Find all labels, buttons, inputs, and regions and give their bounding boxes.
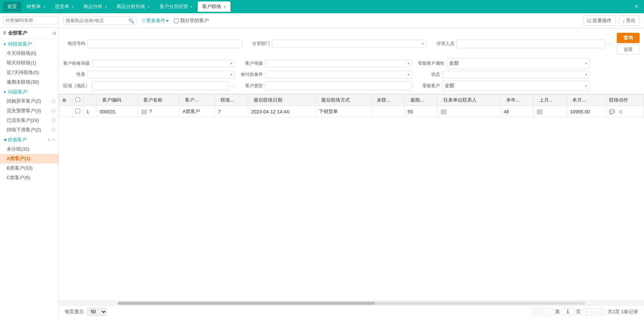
sales-tab-close[interactable]: ×: [43, 4, 45, 9]
sidebar-item-lost[interactable]: 已流失客户(24) ⓘ: [0, 116, 58, 125]
filter-row-3: 性质 ▾ 收付款条件 ▾ 状态: [63, 71, 640, 78]
product-list-tab-close[interactable]: ×: [147, 4, 150, 9]
toolbar-search-icon[interactable]: 🔍: [128, 18, 134, 24]
status-select[interactable]: ▾: [442, 71, 590, 78]
filter-customer-type: 客户类型: [241, 81, 412, 90]
row-action-icon1[interactable]: 💬: [609, 109, 615, 114]
retail-customer-select[interactable]: 全部 ▾: [442, 81, 590, 91]
manager-dots-button[interactable]: ···: [607, 41, 611, 47]
customer-type-input[interactable]: [265, 81, 412, 90]
problem-group-label: 问题客户: [8, 89, 27, 95]
price-level-select[interactable]: ▾: [92, 60, 235, 67]
retail-attr-select[interactable]: 全部 ▾: [447, 58, 590, 68]
lost-label: 已流失客户(24): [7, 117, 39, 124]
last-page-button[interactable]: ▷|: [594, 308, 605, 315]
sidebar-group-value[interactable]: ▼ 价值客户 ↻ ✎: [0, 135, 58, 144]
payment-select[interactable]: ▾: [265, 71, 412, 78]
nav-tab-product-analysis[interactable]: 商品分析 ×: [79, 1, 111, 12]
my-customers-checkbox-label[interactable]: 我分管的客户: [174, 17, 209, 24]
nav-tab-product-list[interactable]: 商品分析列表 ×: [112, 1, 154, 12]
filter-panel: 电话号码 分管部门 ▾ 分管人员 ···: [59, 28, 644, 94]
sidebar-item-a-class[interactable]: A类客户(1): [0, 154, 58, 163]
prev-page-button[interactable]: ◁: [544, 308, 554, 315]
customer-level-label: 客户等级: [241, 60, 263, 67]
page-number-input[interactable]: [561, 308, 575, 315]
filter-dept: 分管部门 ▾: [248, 40, 426, 47]
sidebar-item-today[interactable]: 今天待联络(0): [0, 49, 58, 58]
sidebar-item-tomorrow[interactable]: 明天待联络(1): [0, 58, 58, 68]
attrition-warning-info-icon[interactable]: ⓘ: [51, 108, 56, 114]
sidebar-collapse-icon[interactable]: ◁: [52, 31, 56, 36]
status-arrow: ▾: [585, 73, 587, 77]
nature-arrow: ▾: [230, 73, 232, 77]
row-checkbox[interactable]: [75, 109, 80, 113]
nav-tab-home[interactable]: 首页: [3, 1, 21, 12]
select-all-checkbox[interactable]: [75, 97, 80, 102]
row-num: 1: [86, 109, 89, 114]
scrollbar-thumb[interactable]: [118, 302, 375, 305]
settings-button[interactable]: 设置: [617, 45, 640, 54]
customer-contact-tab-label: 客户联络: [202, 3, 221, 10]
phone-input[interactable]: [87, 39, 242, 48]
sidebar-item-unclassified[interactable]: 未分组(32): [0, 144, 58, 154]
my-customers-checkbox[interactable]: [174, 18, 179, 23]
row-action-icon2[interactable]: ⊞: [619, 109, 623, 114]
sidebar-item-abnormal[interactable]: 回购异常客户(2) ⓘ: [0, 96, 58, 106]
sidebar-item-overdue[interactable]: 逾期未联络(30): [0, 77, 58, 87]
horizontal-scrollbar[interactable]: [59, 301, 644, 305]
page-size-select[interactable]: 50 100: [87, 308, 107, 316]
query-button[interactable]: 查询: [617, 33, 640, 43]
sidebar-search-input[interactable]: [3, 16, 59, 24]
scrollbar-track[interactable]: [118, 302, 585, 305]
declining-info-icon[interactable]: ⓘ: [51, 127, 56, 133]
first-page-button[interactable]: |◁: [531, 308, 542, 315]
attrition-warning-label: 流失预警客户(3): [7, 107, 41, 114]
filter-retail-attr: 零散客户属性 全部 ▾: [418, 58, 590, 68]
row-settings-cell: [59, 106, 72, 117]
customer-contact-tab-close[interactable]: ×: [223, 4, 226, 9]
batch-operation-button[interactable]: ☑ 批量操作: [583, 15, 616, 26]
table-body: 1 000031 ？ A类客户 7: [59, 106, 644, 117]
customer-mgmt-tab-close[interactable]: ×: [190, 4, 193, 9]
refresh-icon[interactable]: ↻: [47, 138, 51, 142]
region-input[interactable]: [92, 81, 229, 90]
sidebar-group-problem[interactable]: ▼ 问题客户: [0, 87, 58, 96]
sidebar-item-b-class[interactable]: B类客户(33): [0, 163, 58, 173]
declining-label: 持续下滑客户(2): [7, 127, 41, 133]
sidebar-group-pending[interactable]: ▼ 待联络客户: [0, 39, 58, 49]
batch-label: 批量操作: [593, 17, 612, 24]
dept-select[interactable]: ▾: [272, 40, 426, 47]
lost-info-icon[interactable]: ⓘ: [51, 118, 56, 123]
manager-input[interactable]: [457, 39, 605, 48]
nav-tab-customer-contact[interactable]: 客户联络 ×: [198, 1, 230, 12]
row-last-method[interactable]: 下销货单: [319, 109, 338, 114]
filter-more-button[interactable]: ▽ 更多条件 ▾: [140, 16, 171, 25]
edit-icon[interactable]: ✎: [52, 138, 56, 142]
nature-select[interactable]: ▾: [87, 71, 235, 78]
abnormal-info-icon[interactable]: ⓘ: [51, 99, 56, 104]
sidebar-item-declining[interactable]: 持续下滑客户(2) ⓘ: [0, 125, 58, 135]
sidebar-item-7days[interactable]: 近7天待联络(0): [0, 68, 58, 77]
sidebar-item-c-class[interactable]: C类客户(6): [0, 173, 58, 183]
manager-label: 分管人员: [432, 40, 454, 47]
nav-tab-sales[interactable]: 销售单 ×: [22, 1, 50, 12]
next-page-button[interactable]: ▷: [582, 308, 592, 315]
customer-level-select[interactable]: ▾: [265, 60, 412, 67]
close-all-button[interactable]: ×: [632, 3, 641, 11]
toolbar-search-input[interactable]: [66, 18, 128, 23]
nav-tab-customer-mgmt[interactable]: 客户分层经营 ×: [155, 1, 197, 12]
region-dots-button[interactable]: ···: [230, 83, 235, 89]
table-area: ⚙ : 客户编码: [59, 94, 644, 301]
th-overdue: : 逾期...: [405, 95, 438, 106]
th-name-sep: :: [141, 98, 143, 103]
th-code-sep: :: [100, 98, 101, 103]
purchase-tab-close[interactable]: ×: [71, 4, 74, 9]
nav-tab-purchase[interactable]: 进货单 ×: [50, 1, 78, 12]
product-analysis-tab-close[interactable]: ×: [105, 4, 107, 9]
export-label: 导出: [626, 17, 636, 24]
th-last-contact-method: : 最后联络方式: [316, 95, 372, 106]
sidebar-item-attrition-warning[interactable]: 流失预警客户(3) ⓘ: [0, 106, 58, 116]
export-button[interactable]: ↓ 导出: [619, 15, 640, 26]
settings-gear-icon[interactable]: ⚙: [62, 98, 67, 103]
value-group-label: 价值客户: [8, 137, 27, 143]
